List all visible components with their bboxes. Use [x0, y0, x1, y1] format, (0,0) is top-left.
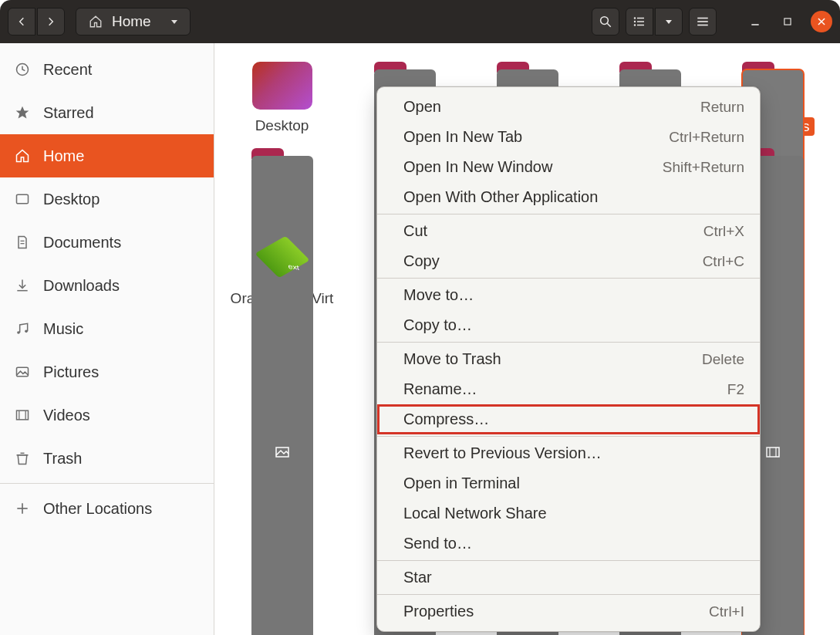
sidebar-item-label: Other Locations	[43, 500, 152, 518]
menu-item-move-to[interactable]: Move to…	[377, 280, 760, 310]
sidebar-item-music[interactable]: Music	[0, 307, 214, 350]
menu-item-local-network-share[interactable]: Local Network Share	[377, 498, 760, 529]
menu-item-label: Open In New Window	[403, 158, 552, 176]
sidebar-item-trash[interactable]: Trash	[0, 437, 214, 480]
menu-item-open-in-new-tab[interactable]: Open In New TabCtrl+Return	[377, 122, 760, 152]
context-menu: OpenReturnOpen In New TabCtrl+ReturnOpen…	[376, 86, 761, 632]
menu-item-cut[interactable]: CutCtrl+X	[377, 216, 760, 246]
view-options-button[interactable]	[655, 8, 683, 35]
menu-item-move-to-trash[interactable]: Move to TrashDelete	[377, 344, 760, 374]
svg-point-24	[17, 331, 20, 334]
sidebar-item-label: Starred	[43, 104, 94, 122]
sidebar-item-label: Desktop	[43, 191, 100, 208]
minimize-button[interactable]	[746, 12, 764, 31]
menu-item-label: Rename…	[403, 380, 477, 398]
svg-point-25	[25, 330, 28, 333]
grid-item-desktop[interactable]: Desktop	[222, 57, 342, 140]
svg-point-7	[634, 24, 636, 25]
sidebar-item-other-locations[interactable]: Other Locations	[0, 487, 214, 530]
menu-item-compress[interactable]: Compress…	[377, 404, 760, 434]
menu-item-copy-to[interactable]: Copy to…	[377, 310, 760, 340]
sidebar-item-videos[interactable]: Videos	[0, 393, 214, 437]
menu-item-accelerator: Return	[700, 99, 744, 116]
download-icon	[14, 277, 31, 294]
sidebar-separator	[0, 483, 214, 484]
menu-item-label: Revert to Previous Version…	[403, 444, 602, 462]
content-area[interactable]: Desktop D Docu	[214, 43, 840, 635]
svg-rect-14	[784, 19, 791, 25]
maximize-button[interactable]	[778, 12, 797, 31]
plus-icon	[14, 500, 31, 517]
svg-rect-27	[17, 410, 29, 420]
menu-item-open[interactable]: OpenReturn	[377, 92, 760, 122]
menu-item-label: Copy	[403, 252, 440, 270]
svg-point-1	[601, 17, 609, 25]
titlebar: Home	[0, 0, 840, 43]
menu-item-send-to[interactable]: Send to…	[377, 529, 760, 559]
menu-separator	[377, 560, 760, 561]
search-button[interactable]	[592, 8, 619, 35]
desktop-icon	[14, 191, 31, 208]
menu-item-label: Local Network Share	[403, 505, 547, 522]
menu-item-label: Open With Other Application	[403, 188, 598, 206]
menu-separator	[377, 214, 760, 214]
film-icon	[14, 407, 31, 424]
home-icon	[14, 147, 31, 164]
menu-item-rename[interactable]: Rename…F2	[377, 374, 760, 404]
view-switcher	[626, 8, 684, 35]
breadcrumb[interactable]: Home	[76, 8, 191, 35]
menu-item-label: Compress…	[403, 410, 489, 428]
menu-item-star[interactable]: Star	[377, 562, 760, 593]
menu-item-accelerator: Ctrl+Return	[669, 129, 744, 146]
picture-icon	[14, 363, 31, 380]
sidebar-item-recent[interactable]: Recent	[0, 48, 214, 91]
menu-item-accelerator: Ctrl+X	[703, 223, 744, 240]
menu-item-properties[interactable]: PropertiesCtrl+I	[377, 596, 760, 627]
menu-item-label: Cut	[403, 222, 427, 240]
menu-item-accelerator: Shift+Return	[663, 159, 744, 176]
folder-icon	[251, 148, 313, 196]
view-list-button[interactable]	[626, 8, 653, 35]
menu-item-accelerator: Delete	[702, 351, 744, 368]
sidebar-item-downloads[interactable]: Downloads	[0, 264, 214, 307]
sidebar-item-documents[interactable]: Documents	[0, 221, 214, 264]
desktop-folder-icon	[252, 62, 312, 110]
menu-item-open-in-terminal[interactable]: Open in Terminal	[377, 468, 760, 498]
menu-item-revert-to-previous-version[interactable]: Revert to Previous Version…	[377, 438, 760, 468]
menu-item-copy[interactable]: CopyCtrl+C	[377, 246, 760, 276]
window-controls	[723, 11, 832, 32]
menu-item-open-with-other-application[interactable]: Open With Other Application	[377, 182, 760, 212]
svg-marker-0	[171, 20, 177, 24]
close-button[interactable]	[811, 11, 832, 32]
sidebar-item-label: Pictures	[43, 363, 99, 381]
trash-icon	[14, 450, 31, 467]
menu-item-open-in-new-window[interactable]: Open In New WindowShift+Return	[377, 152, 760, 182]
star-icon	[14, 104, 31, 121]
sidebar-item-starred[interactable]: Starred	[0, 91, 214, 134]
breadcrumb-dropdown-icon[interactable]	[170, 13, 179, 30]
svg-rect-41	[767, 448, 779, 457]
menu-item-label: Open in Terminal	[403, 475, 520, 492]
music-icon	[14, 320, 31, 337]
sidebar-item-home[interactable]: Home	[0, 134, 214, 177]
breadcrumb-label: Home	[112, 13, 151, 30]
sidebar-item-label: Recent	[43, 61, 92, 79]
menu-item-label: Move to…	[403, 286, 474, 304]
forward-button[interactable]	[37, 8, 65, 35]
sidebar-item-pictures[interactable]: Pictures	[0, 350, 214, 393]
menu-item-label: Open In New Tab	[403, 128, 522, 146]
back-button[interactable]	[8, 8, 35, 35]
sidebar-item-desktop[interactable]: Desktop	[0, 177, 214, 221]
sidebar-item-label: Downloads	[43, 277, 120, 295]
sidebar: Recent Starred Home Desktop Documents	[0, 43, 214, 635]
item-label: Desktop	[255, 117, 309, 134]
nav-buttons	[8, 8, 66, 35]
menu-item-label: Properties	[403, 603, 474, 620]
menu-item-label: Star	[403, 569, 432, 586]
menu-item-label: Send to…	[403, 535, 472, 552]
document-icon	[14, 234, 31, 251]
hamburger-menu-button[interactable]	[689, 8, 717, 35]
svg-point-5	[634, 21, 636, 22]
grid-item-pictures[interactable]: Pictures	[222, 144, 342, 225]
menu-separator	[377, 278, 760, 279]
